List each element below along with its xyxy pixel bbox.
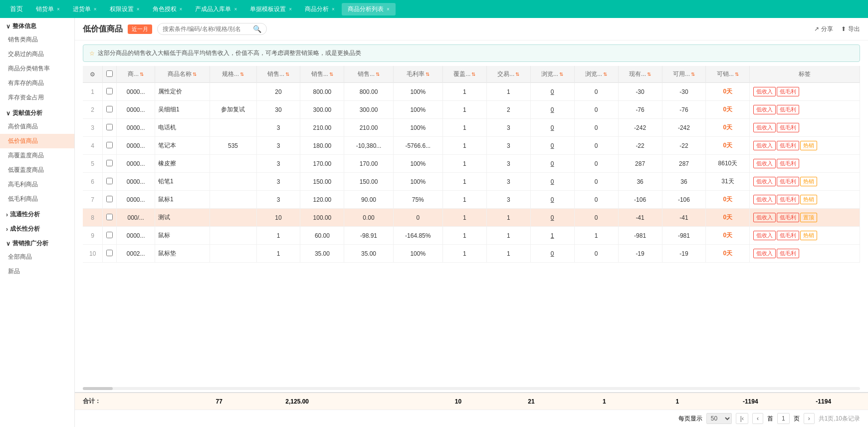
nav-close-template[interactable]: ×: [289, 6, 292, 12]
nav-template[interactable]: 单据模板设置 ×: [244, 3, 298, 15]
sidebar-item-stocked-products[interactable]: 有库存的商品: [0, 76, 74, 90]
views1-link-8[interactable]: 0: [551, 214, 554, 221]
col-available[interactable]: 可用...⇅: [662, 66, 706, 83]
horizontal-scrollbar[interactable]: [83, 387, 860, 390]
nav-product-analysis[interactable]: 商品分析 ×: [299, 3, 341, 15]
col-sales-qty[interactable]: 销售...⇅: [256, 66, 300, 83]
row-views1-8[interactable]: 0: [530, 209, 574, 227]
views1-link-3[interactable]: 0: [551, 124, 554, 131]
row-views1-2[interactable]: 0: [530, 101, 574, 119]
sidebar-item-low-coverage[interactable]: 低覆盖度商品: [0, 163, 74, 177]
row-select-1[interactable]: [106, 88, 113, 94]
nav-sales[interactable]: 销货单 ×: [30, 3, 66, 15]
row-views1-3[interactable]: 0: [530, 119, 574, 137]
sidebar-item-category-sales-rate[interactable]: 商品分类销售率: [0, 61, 74, 76]
nav-product-analysis-list[interactable]: 商品分析列表 ×: [342, 3, 396, 15]
prev-page-button[interactable]: ‹: [752, 413, 763, 424]
col-name[interactable]: 商品名称⇅: [155, 66, 210, 83]
sidebar-item-stock-capital[interactable]: 库存资金占用: [0, 90, 74, 105]
views1-link-2[interactable]: 0: [551, 106, 554, 113]
col-gross-margin[interactable]: 毛利率⇅: [393, 66, 442, 83]
col-coverage[interactable]: 覆盖...⇅: [442, 66, 486, 83]
col-settings[interactable]: ⚙: [83, 66, 103, 83]
views1-link-10[interactable]: 0: [551, 250, 554, 257]
col-checkbox-header[interactable]: [103, 66, 117, 83]
row-views1-5[interactable]: 0: [530, 155, 574, 173]
row-checkbox-5[interactable]: [103, 155, 117, 173]
views1-link-1[interactable]: 0: [551, 88, 554, 95]
row-views1-10[interactable]: 0: [530, 245, 574, 263]
sidebar-item-high-value[interactable]: 高价值商品: [0, 119, 74, 134]
col-views2[interactable]: 浏览...⇅: [574, 66, 618, 83]
row-select-2[interactable]: [106, 106, 113, 112]
row-select-9[interactable]: [106, 232, 113, 238]
row-views1-4[interactable]: 0: [530, 137, 574, 155]
search-box[interactable]: 🔍: [157, 23, 267, 35]
col-transactions[interactable]: 交易...⇅: [486, 66, 530, 83]
sidebar-item-sales-products[interactable]: 销售类商品: [0, 32, 74, 47]
nav-close-product-analysis-list[interactable]: ×: [387, 6, 390, 12]
search-input[interactable]: [163, 25, 250, 32]
share-button[interactable]: ↗ 分享: [814, 25, 833, 33]
col-sales-avg[interactable]: 销售...⇅: [344, 66, 393, 83]
views1-link-4[interactable]: 0: [551, 142, 554, 149]
row-checkbox-3[interactable]: [103, 119, 117, 137]
period-tag[interactable]: 近一月: [128, 24, 152, 34]
current-page-input[interactable]: 1: [777, 413, 790, 424]
row-checkbox-6[interactable]: [103, 173, 117, 191]
page-size-select[interactable]: 50 100: [706, 413, 732, 424]
col-saleable[interactable]: 可销...⇅: [706, 66, 750, 83]
gear-icon[interactable]: ⚙: [90, 71, 95, 78]
row-checkbox-10[interactable]: [103, 245, 117, 263]
select-all-checkbox[interactable]: [106, 70, 113, 77]
row-select-6[interactable]: [106, 178, 113, 184]
search-icon[interactable]: 🔍: [253, 25, 261, 33]
sidebar-group-circulation[interactable]: › 流通性分析: [0, 206, 74, 221]
sidebar-item-all-products[interactable]: 全部商品: [0, 250, 74, 264]
first-page-button[interactable]: |‹: [736, 413, 748, 424]
col-spec[interactable]: 规格...⇅: [210, 66, 256, 83]
sidebar-item-traded-products[interactable]: 交易过的商品: [0, 47, 74, 61]
col-views1[interactable]: 浏览...⇅: [530, 66, 574, 83]
sidebar-group-contribution[interactable]: ∨ 贡献值分析: [0, 105, 74, 119]
col-stock[interactable]: 现有...⇅: [618, 66, 662, 83]
sidebar-group-growth[interactable]: › 成长性分析: [0, 221, 74, 235]
views1-link-7[interactable]: 0: [551, 196, 554, 203]
row-checkbox-1[interactable]: [103, 83, 117, 101]
row-select-5[interactable]: [106, 160, 113, 166]
row-checkbox-9[interactable]: [103, 227, 117, 245]
sidebar-item-low-margin[interactable]: 低毛利商品: [0, 192, 74, 206]
row-views1-9[interactable]: 1: [530, 227, 574, 245]
nav-close-product-analysis[interactable]: ×: [332, 6, 335, 12]
row-views1-1[interactable]: 0: [530, 83, 574, 101]
row-checkbox-8[interactable]: [103, 209, 117, 227]
row-select-8[interactable]: [106, 214, 113, 220]
views1-link-5[interactable]: 0: [551, 160, 554, 167]
sidebar-item-low-value[interactable]: 低价值商品: [0, 134, 74, 148]
sidebar-group-overall[interactable]: ∨ 整体信息: [0, 18, 74, 32]
nav-close-purchase[interactable]: ×: [94, 6, 97, 12]
row-select-3[interactable]: [106, 124, 113, 130]
nav-close-permissions[interactable]: ×: [137, 6, 140, 12]
row-checkbox-7[interactable]: [103, 191, 117, 209]
nav-purchase[interactable]: 进货单 ×: [67, 3, 103, 15]
views1-link-6[interactable]: 0: [551, 178, 554, 185]
nav-product-storage[interactable]: 产成品入库单 ×: [189, 3, 243, 15]
next-page-button[interactable]: ›: [804, 413, 815, 424]
scrollbar-thumb[interactable]: [83, 387, 113, 390]
sidebar-item-new-products[interactable]: 新品: [0, 264, 74, 279]
row-views1-7[interactable]: 0: [530, 191, 574, 209]
row-checkbox-2[interactable]: [103, 101, 117, 119]
row-select-7[interactable]: [106, 196, 113, 202]
nav-close-roles[interactable]: ×: [180, 6, 183, 12]
row-select-10[interactable]: [106, 250, 113, 256]
nav-permissions[interactable]: 权限设置 ×: [104, 3, 146, 15]
sidebar-item-high-coverage[interactable]: 高覆盖度商品: [0, 148, 74, 163]
sidebar-group-marketing[interactable]: ∨ 营销推广分析: [0, 235, 74, 250]
nav-home[interactable]: 首页: [4, 2, 29, 15]
col-sales-amount[interactable]: 销售...⇅: [300, 66, 344, 83]
nav-roles[interactable]: 角色授权 ×: [147, 3, 189, 15]
row-select-4[interactable]: [106, 142, 113, 148]
sidebar-item-high-margin[interactable]: 高毛利商品: [0, 177, 74, 192]
nav-close-product-storage[interactable]: ×: [234, 6, 237, 12]
